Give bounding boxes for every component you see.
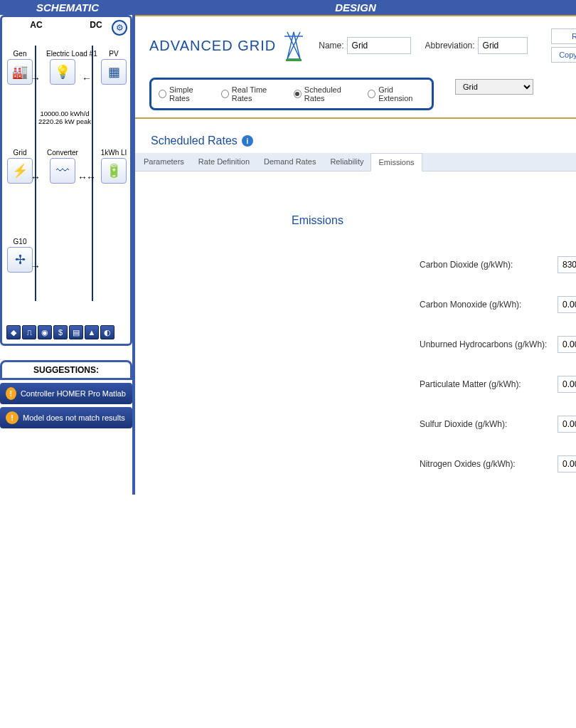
arrow-icon: ← [82, 73, 92, 84]
emission-input-co2[interactable] [558, 256, 576, 273]
rate-extension[interactable]: Grid Extension [368, 85, 425, 102]
tab-demand-rates[interactable]: Demand Rates [257, 153, 323, 171]
generator-icon[interactable]: 🏭 [7, 59, 33, 85]
grid-select[interactable]: Grid [455, 79, 533, 95]
tower-icon [283, 28, 304, 63]
advanced-grid-title: ADVANCED GRID [149, 38, 276, 54]
rate-scheduled[interactable]: Scheduled Rates [294, 85, 358, 102]
rate-type-selector: Simple Rates Real Time Rates Scheduled R… [149, 78, 434, 110]
grid-label: Grid [4, 149, 36, 157]
converter-label: Converter [46, 149, 79, 157]
suggestions-header: SUGGESTIONS: [0, 360, 132, 380]
emission-input-pm[interactable] [558, 376, 576, 393]
load-info: 10000.00 kWh/d 2220.26 kW peak [36, 110, 93, 125]
emission-input-so2[interactable] [558, 416, 576, 433]
grid-icon[interactable]: ⚡ [7, 158, 33, 184]
tool-btn-7[interactable]: ◐ [100, 325, 114, 339]
gen-label: Gen [4, 50, 36, 58]
rate-simple[interactable]: Simple Rates [159, 85, 211, 102]
g10-label: G10 [4, 238, 36, 246]
emission-label: Nitrogen Oxides (g/kWh): [420, 459, 548, 469]
tool-btn-5[interactable]: ▤ [69, 325, 83, 339]
battery-icon[interactable]: 🔋 [101, 158, 127, 184]
tab-rate-definition[interactable]: Rate Definition [191, 153, 257, 171]
wind-icon[interactable]: ✢ [7, 247, 33, 273]
tool-btn-6[interactable]: ▲ [85, 325, 99, 339]
emission-input-uhc[interactable] [558, 336, 576, 353]
tool-btn-3[interactable]: ◉ [38, 325, 52, 339]
emission-label: Unburned Hydrocarbons (g/kWh): [420, 339, 548, 349]
arrow-icon: ↔ [31, 172, 41, 183]
emission-row-co2: Carbon Dioxide (g/kWh): {..} [420, 255, 576, 274]
emission-row-nox: Nitrogen Oxides (g/kWh): {..} [420, 455, 576, 473]
load-icon[interactable]: 💡 [50, 59, 75, 85]
schematic-panel: ⚙ AC DC Gen 🏭 → Electric Load #1 💡 ← PV … [0, 15, 132, 346]
arrow-icon: → [31, 260, 41, 272]
name-input[interactable] [347, 37, 411, 54]
tab-emissions[interactable]: Emissions [370, 153, 422, 172]
rate-realtime[interactable]: Real Time Rates [221, 85, 284, 102]
suggestion-text: Controller HOMER Pro Matlab Link d [21, 389, 127, 398]
arrow-icon: ↔ [86, 172, 96, 183]
emission-row-uhc: Unburned Hydrocarbons (g/kWh): {..} [420, 335, 576, 354]
emission-row-co: Carbon Monoxide (g/kWh): {..} [420, 295, 576, 314]
svg-rect-1 [286, 59, 302, 61]
dc-bus-label: DC [90, 20, 102, 30]
info-icon[interactable]: i [242, 135, 253, 147]
emission-row-so2: Sulfur Dioxide (g/kWh): {..} [420, 415, 576, 433]
pv-label: PV [97, 50, 130, 58]
emission-input-nox[interactable] [558, 455, 576, 473]
suggestion-text: Model does not match results [23, 413, 125, 422]
design-banner: DESIGN [135, 0, 576, 15]
warning-icon: ! [6, 387, 16, 400]
suggestion-item-1[interactable]: ! Model does not match results [0, 407, 132, 428]
emission-row-pm: Particulate Matter (g/kWh): {..} [420, 375, 576, 394]
schematic-banner: SCHEMATIC [0, 0, 135, 15]
name-label: Name: [319, 41, 343, 51]
emission-label: Carbon Dioxide (g/kWh): [420, 260, 548, 270]
copy-library-button[interactable]: Copy To Library [551, 47, 576, 63]
emission-label: Particulate Matter (g/kWh): [420, 379, 548, 389]
schematic-info-button[interactable]: ⚙ [112, 20, 127, 36]
tab-parameters[interactable]: Parameters [137, 153, 191, 171]
pv-icon[interactable]: ▦ [101, 59, 127, 85]
emission-input-co[interactable] [558, 296, 576, 313]
tabs-bar: Parameters Rate Definition Demand Rates … [135, 153, 576, 172]
load-label: Electric Load #1 [46, 50, 79, 58]
suggestion-item-0[interactable]: ! Controller HOMER Pro Matlab Link d [0, 383, 132, 404]
ac-bus-label: AC [30, 20, 42, 30]
battery-label: 1kWh LI [97, 149, 130, 157]
tool-btn-1[interactable]: ◆ [6, 325, 21, 339]
arrow-icon: → [31, 73, 41, 84]
remove-button[interactable]: Remove [551, 28, 576, 44]
abbr-input[interactable] [478, 37, 528, 54]
tab-reliability[interactable]: Reliability [323, 153, 370, 171]
tool-btn-4[interactable]: $ [53, 325, 68, 339]
scheduled-rates-title: Scheduled Rates i [151, 134, 576, 147]
tool-btn-2[interactable]: ⎍ [22, 325, 36, 339]
warning-icon: ! [6, 411, 18, 424]
emission-label: Sulfur Dioxide (g/kWh): [420, 419, 548, 429]
converter-icon[interactable]: 〰 [50, 158, 75, 184]
abbr-label: Abbreviation: [425, 41, 475, 51]
schematic-toolbar: ◆ ⎍ ◉ $ ▤ ▲ ◐ [6, 325, 114, 339]
emissions-title: Emissions [292, 214, 576, 227]
emission-label: Carbon Monoxide (g/kWh): [420, 300, 548, 310]
